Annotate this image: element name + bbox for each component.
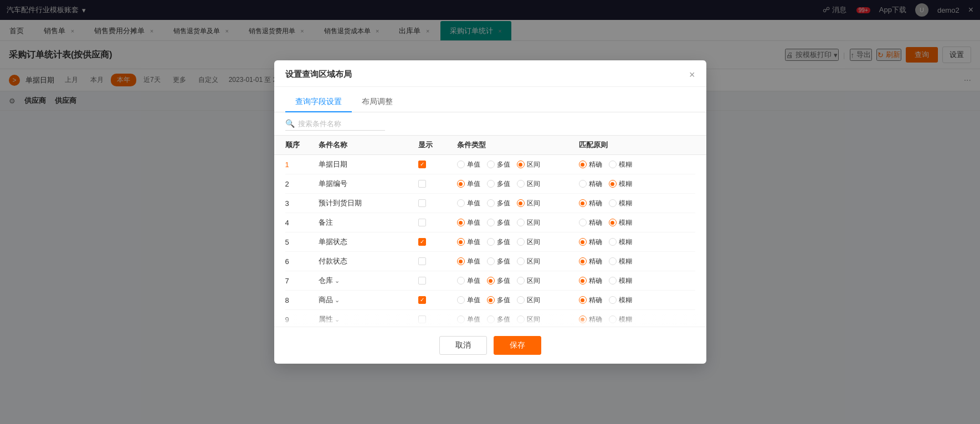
settings-modal: 设置查询区域布局 × 查询字段设置 布局调整 🔍 顺序 条件名称 显示 条件类型… <box>274 60 706 111</box>
modal-tab-layout[interactable]: 布局调整 <box>352 92 403 111</box>
modal-title: 设置查询区域布局 <box>285 69 352 80</box>
modal-overlay: 设置查询区域布局 × 查询字段设置 布局调整 🔍 顺序 条件名称 显示 条件类型… <box>0 0 980 111</box>
modal-close-btn[interactable]: × <box>689 70 695 80</box>
modal-header: 设置查询区域布局 × <box>274 60 706 87</box>
modal-tabs: 查询字段设置 布局调整 <box>274 87 706 111</box>
modal-tab-query-fields[interactable]: 查询字段设置 <box>285 92 352 111</box>
